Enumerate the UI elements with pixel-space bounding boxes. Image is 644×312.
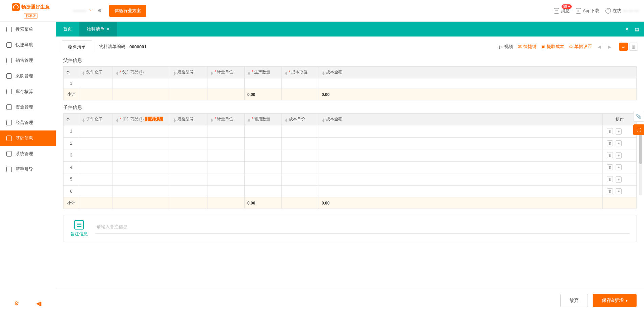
play-icon: ▷	[499, 44, 503, 49]
sidebar-collapse-icon[interactable]: ◂▮	[36, 300, 42, 307]
parent-col-spec[interactable]: 规格型号	[170, 67, 207, 78]
parent-col-amount[interactable]: 成本金额	[319, 67, 637, 78]
sort-icon	[284, 118, 288, 122]
sidebar-label: 采购管理	[16, 73, 33, 79]
view-card-button[interactable]: ▥	[629, 43, 638, 51]
messages-link[interactable]: ⋯ 消息 99 +	[554, 8, 570, 14]
delete-row-icon[interactable]: 🗑	[607, 176, 613, 182]
child-col-spec[interactable]: 规格型号	[170, 114, 207, 125]
child-row[interactable]: 2🗑＋	[64, 137, 637, 149]
action-label: 视频	[504, 44, 513, 50]
child-col-uom[interactable]: *计量单位	[207, 114, 245, 125]
gear-icon	[6, 151, 12, 157]
sidebar-item-quicknav[interactable]: 快捷导航	[0, 37, 56, 53]
scan-input-badge[interactable]: 扫码录入	[145, 117, 163, 121]
account-settings-icon[interactable]: ⚙	[96, 7, 104, 15]
message-icon: ⋯	[554, 8, 559, 14]
remark-input[interactable]	[95, 220, 629, 234]
tabbar-close-all-icon[interactable]: ✕	[622, 25, 631, 33]
child-table-scrollbar[interactable]	[639, 127, 642, 195]
info-icon: ?	[139, 117, 144, 122]
prev-record-icon[interactable]: ◀	[597, 44, 602, 49]
online-support-link[interactable]: ⌒ 在线 — — —	[605, 8, 639, 14]
action-shortcut[interactable]: ⌘快捷键	[518, 44, 537, 50]
child-row[interactable]: 6🗑＋	[64, 185, 637, 197]
child-section-title: 子件信息	[56, 100, 644, 113]
child-col-amount[interactable]: 成本金额	[319, 114, 603, 125]
parent-col-uom[interactable]: *计量单位	[207, 67, 245, 78]
child-row[interactable]: 1🗑＋	[64, 125, 637, 138]
child-col-gear[interactable]: ⚙	[64, 114, 79, 125]
delete-row-icon[interactable]: 🗑	[607, 152, 613, 158]
child-row[interactable]: 3🗑＋	[64, 149, 637, 162]
child-row[interactable]: 4🗑＋	[64, 161, 637, 173]
parent-subtotal-row: 小计0.000.00	[64, 89, 637, 100]
add-row-icon[interactable]: ＋	[616, 140, 622, 146]
sidebar-label: 资金管理	[16, 104, 33, 110]
sidebar-item-basic[interactable]: 基础信息	[0, 130, 56, 146]
child-col-warehouse[interactable]: 子件仓库	[79, 114, 113, 125]
child-col-qty[interactable]: *需用数量	[245, 114, 282, 125]
sidebar-settings-icon[interactable]: ⚙	[14, 300, 19, 307]
sidebar-item-guide[interactable]: 新手引导	[0, 162, 56, 177]
sort-icon	[173, 71, 176, 75]
parent-row[interactable]: 1	[64, 78, 637, 89]
discard-button[interactable]: 放弃	[560, 294, 588, 307]
app-download-link[interactable]: ▯ App下载	[576, 8, 599, 14]
action-bill-setting[interactable]: ⚙单据设置	[569, 44, 592, 50]
fullscreen-button[interactable]: ⛶	[633, 124, 644, 135]
app-download-label: App下载	[583, 8, 599, 14]
delete-row-icon[interactable]: 🗑	[607, 128, 613, 134]
page-tab-bom[interactable]: 物料清单	[62, 40, 92, 54]
database-icon	[6, 135, 12, 141]
chevron-down-icon: ▾	[626, 299, 627, 303]
save-and-new-button[interactable]: 保存&新增▾	[593, 294, 637, 307]
sidebar-item-system[interactable]: 系统管理	[0, 146, 56, 162]
promo-button[interactable]: 体验行业方案	[109, 5, 146, 17]
parent-col-warehouse[interactable]: 父件仓库	[79, 67, 113, 78]
tabbar-more-icon[interactable]: ▤	[633, 25, 641, 33]
sidebar-item-inventory[interactable]: 库存核算	[0, 84, 56, 99]
delete-row-icon[interactable]: 🗑	[607, 164, 613, 170]
child-row[interactable]: 5🗑＋	[64, 173, 637, 186]
sort-icon	[322, 71, 325, 75]
parent-col-qty[interactable]: *生产数量	[245, 67, 282, 78]
add-row-icon[interactable]: ＋	[616, 188, 622, 194]
add-row-icon[interactable]: ＋	[616, 128, 622, 135]
brand-name: 畅捷通好生意	[21, 4, 50, 10]
sidebar-item-operation[interactable]: 经营管理	[0, 115, 56, 130]
page-tab-label: 物料清单	[68, 44, 86, 49]
view-list-button[interactable]: ≡	[619, 43, 628, 51]
add-row-icon[interactable]: ＋	[616, 164, 622, 170]
book-icon	[6, 166, 12, 172]
sidebar-item-purchase[interactable]: 采购管理	[0, 68, 56, 84]
child-col-item[interactable]: *子件商品?扫码录入	[113, 114, 170, 125]
action-video[interactable]: ▷视频	[499, 44, 513, 50]
delete-row-icon[interactable]: 🗑	[607, 140, 613, 146]
parent-col-item[interactable]: *父件商品?	[113, 67, 170, 78]
tab-label: 物料清单	[87, 26, 104, 32]
sort-icon	[82, 118, 85, 122]
tab-home[interactable]: 首页	[56, 22, 79, 37]
sort-icon	[210, 71, 214, 75]
add-row-icon[interactable]: ＋	[616, 176, 622, 183]
sidebar-item-search[interactable]: 搜索菜单	[0, 22, 56, 37]
parent-col-cost[interactable]: *成本取值	[282, 67, 319, 78]
delete-row-icon[interactable]: 🗑	[607, 188, 613, 194]
child-col-price[interactable]: 成本单价	[282, 114, 319, 125]
action-extract-cost[interactable]: ▣提取成本	[541, 44, 564, 50]
parent-col-gear[interactable]: ⚙	[64, 67, 79, 78]
sidebar-label: 系统管理	[16, 151, 33, 157]
parent-section-title: 父件信息	[56, 53, 644, 66]
close-icon[interactable]: ✕	[106, 27, 109, 31]
sidebar-item-sales[interactable]: 销售管理	[0, 53, 56, 68]
next-record-icon[interactable]: ▶	[607, 44, 612, 49]
info-icon: ?	[139, 70, 144, 75]
account-selector[interactable]: ——— ﹀	[73, 8, 93, 14]
sidebar-item-funds[interactable]: 资金管理	[0, 99, 56, 115]
sort-icon	[322, 118, 325, 122]
attachment-button[interactable]: 📎	[633, 111, 644, 122]
sort-icon	[116, 71, 119, 75]
tab-bom[interactable]: 物料清单 ✕	[79, 22, 117, 37]
add-row-icon[interactable]: ＋	[616, 152, 622, 159]
